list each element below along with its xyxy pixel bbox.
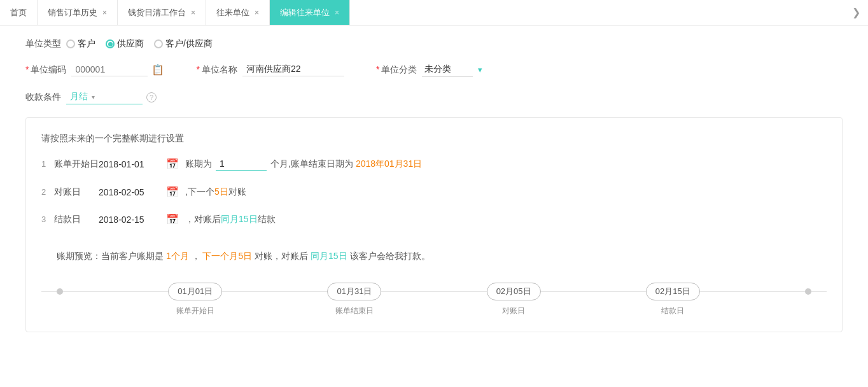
period-row-1: 1 账单开始日 2018-01-01 📅 账期为 个月,账单结束日期为 2018… [41, 157, 827, 171]
close-sales-history[interactable]: × [102, 8, 107, 17]
payment-item: 收款条件 月结 ▾ ? [25, 90, 157, 104]
payment-select[interactable]: 月结 ▾ [66, 90, 143, 104]
timeline-node-1: 01月01日 账单开始日 [168, 283, 222, 316]
timeline: 01月01日 账单开始日 01月31日 账单结束日 02月05日 对账日 [41, 283, 827, 316]
unit-type-radio-group: 客户 供应商 客户/供应商 [66, 38, 213, 50]
radio-customer-circle [66, 39, 75, 48]
period-box: 请按照未来的一个完整帐期进行设置 1 账单开始日 2018-01-01 📅 账期… [25, 117, 843, 332]
unit-type-row: 单位类型 客户 供应商 客户/供应商 [25, 38, 843, 50]
unit-type-item: 单位类型 客户 供应商 客户/供应商 [25, 38, 213, 50]
period-row-3-date: 2018-02-15 [99, 215, 162, 225]
period-row-3-highlight: 同月15日 [221, 214, 258, 225]
tab-partner-units[interactable]: 往来单位 × [206, 0, 270, 25]
radio-both-label: 客户/供应商 [165, 38, 213, 50]
timeline-label-4: 结款日 [661, 306, 684, 316]
period-row-3-label: 结款日 [54, 214, 99, 225]
copy-icon[interactable]: 📋 [151, 64, 164, 76]
period-row-1-desc-suffix: 个月,账单结束日期为 [270, 158, 353, 170]
unit-name-input[interactable] [242, 63, 344, 76]
period-row-1-desc: 账期为 个月,账单结束日期为 2018年01月31日 [185, 157, 422, 171]
unit-class-item: 单位分类 未分类 ▾ [376, 62, 567, 77]
period-row-3: 3 结款日 2018-02-15 📅 ，对账后 同月15日 结款 [41, 213, 827, 225]
unit-code-item: 单位编码 📋 [25, 63, 164, 76]
chevron-down-icon: ▾ [478, 65, 567, 74]
preview-item1: 1个月 [166, 251, 189, 261]
close-edit-partner[interactable]: × [335, 8, 339, 17]
main-content: 单位类型 客户 供应商 客户/供应商 [0, 25, 868, 387]
period-row-2-desc-prefix: ,下一个 [185, 186, 214, 198]
preview-section: 账期预览：当前客户账期是 1个月 ， 下一个月5日 对账，对账后 同月15日 该… [41, 241, 827, 272]
period-row-1-cal-icon[interactable]: 📅 [166, 158, 179, 170]
period-row-1-label: 账单开始日 [54, 158, 99, 170]
radio-both[interactable]: 客户/供应商 [154, 38, 213, 50]
period-box-title: 请按照未来的一个完整帐期进行设置 [41, 133, 827, 144]
preview-text3: 该客户会给我打款。 [350, 251, 430, 261]
preview-text2: 对账，对账后 [255, 251, 308, 261]
timeline-end-dot [805, 288, 811, 295]
payment-row: 收款条件 月结 ▾ ? [25, 90, 843, 104]
period-row-3-desc: ，对账后 同月15日 结款 [185, 214, 276, 225]
payment-value: 月结 [70, 91, 88, 102]
preview-label: 账期预览：当前客户账期是 [57, 251, 164, 261]
period-row-2-desc: ,下一个 5日 对账 [185, 186, 246, 198]
timeline-label-1: 账单开始日 [176, 306, 214, 316]
radio-both-circle [154, 39, 163, 48]
preview-text1: ， [192, 251, 200, 261]
tab-edit-partner-label: 编辑往来单位 [280, 7, 330, 18]
timeline-badge-3: 02月05日 [487, 283, 541, 300]
unit-code-input[interactable] [71, 63, 148, 76]
unit-name-label: 单位名称 [196, 64, 237, 76]
timeline-start-dot [57, 288, 63, 295]
timeline-node-3: 02月05日 对账日 [487, 283, 541, 316]
period-row-3-desc-suffix: 结款 [258, 214, 276, 225]
timeline-node-2: 01月31日 账单结束日 [327, 283, 381, 316]
tab-home-label: 首页 [10, 7, 27, 18]
timeline-items: 01月01日 账单开始日 01月31日 账单结束日 02月05日 对账日 [57, 283, 811, 316]
tab-sales-history-label: 销售订单历史 [48, 7, 97, 18]
timeline-label-2: 账单结束日 [335, 306, 374, 316]
unit-class-label: 单位分类 [376, 64, 417, 76]
tab-partner-units-label: 往来单位 [216, 7, 249, 18]
period-row-2-label: 对账日 [54, 186, 99, 198]
period-row-2-highlight: 5日 [214, 186, 228, 198]
period-row-1-desc-prefix: 账期为 [185, 158, 212, 170]
tab-sales-history[interactable]: 销售订单历史 × [38, 0, 118, 25]
tab-cashier-workbench-label: 钱货日清工作台 [128, 7, 186, 18]
timeline-label-3: 对账日 [502, 306, 525, 316]
timeline-badge-1: 01月01日 [168, 283, 222, 300]
preview-item2: 下一个月5日 [202, 251, 252, 261]
unit-class-select[interactable]: 未分类 ▾ [422, 62, 567, 77]
timeline-badge-2: 01月31日 [327, 283, 381, 300]
radio-supplier[interactable]: 供应商 [106, 38, 144, 50]
tab-cashier-workbench[interactable]: 钱货日清工作台 × [118, 0, 206, 25]
help-icon[interactable]: ? [146, 92, 157, 102]
tab-home[interactable]: 首页 [0, 0, 38, 25]
timeline-badge-4: 02月15日 [646, 283, 700, 300]
tab-edit-partner[interactable]: 编辑往来单位 × [270, 0, 350, 25]
tab-bar: 首页 销售订单历史 × 钱货日清工作台 × 往来单位 × 编辑往来单位 × ❯ [0, 0, 868, 25]
period-row-2-cal-icon[interactable]: 📅 [166, 186, 179, 198]
tab-more-button[interactable]: ❯ [844, 6, 868, 18]
radio-customer[interactable]: 客户 [66, 38, 95, 50]
period-row-2-desc-suffix: 对账 [228, 186, 246, 198]
preview-item3: 同月15日 [311, 251, 347, 261]
unit-code-label: 单位编码 [25, 64, 66, 76]
close-partner-units[interactable]: × [255, 8, 259, 17]
period-num-input[interactable] [216, 157, 267, 171]
period-row-1-highlight: 2018年01月31日 [356, 158, 422, 170]
period-row-2-num: 2 [41, 187, 54, 197]
radio-customer-label: 客户 [78, 38, 95, 50]
period-row-2-date: 2018-02-05 [99, 187, 162, 197]
payment-chevron-icon: ▾ [92, 94, 95, 101]
period-row-3-num: 3 [41, 215, 54, 224]
unit-type-label: 单位类型 [25, 38, 61, 50]
period-row-1-date: 2018-01-01 [99, 159, 162, 169]
period-row-2: 2 对账日 2018-02-05 📅 ,下一个 5日 对账 [41, 186, 827, 198]
period-row-1-num: 1 [41, 159, 54, 169]
radio-supplier-label: 供应商 [117, 38, 144, 50]
radio-supplier-circle [106, 39, 115, 48]
unit-name-item: 单位名称 [196, 63, 344, 76]
unit-class-value: 未分类 [422, 62, 473, 77]
close-cashier-workbench[interactable]: × [191, 8, 195, 17]
period-row-3-cal-icon[interactable]: 📅 [166, 213, 179, 225]
